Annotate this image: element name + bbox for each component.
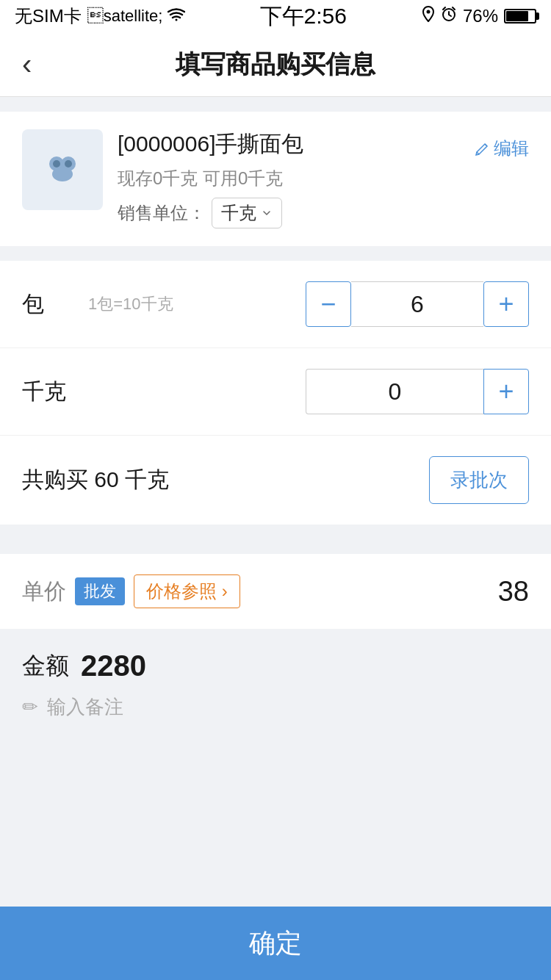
amount-value: 2280 [81, 649, 146, 682]
battery-percent: 76% [463, 6, 498, 26]
svg-point-0 [175, 19, 177, 21]
confirm-bar[interactable]: 确定 [0, 907, 551, 980]
edit-button[interactable]: 编辑 [475, 129, 529, 167]
time-display: 下午2:56 [260, 1, 347, 32]
svg-point-6 [53, 160, 60, 167]
qianke-plus-button[interactable]: + [483, 369, 529, 414]
bao-qty-control: − + [306, 281, 529, 327]
wifi-icon: satellite; [87, 7, 185, 26]
amount-label: 金额 [22, 650, 69, 682]
amount-row: 金额 2280 [22, 649, 529, 682]
qianke-label: 千克 [22, 377, 81, 407]
price-label: 单价 [22, 577, 66, 607]
price-section: 单价 批发 价格参照 › 38 [0, 554, 551, 629]
bao-input-row: 包 1包=10千克 − + [0, 261, 551, 348]
total-label: 共购买 60 千克 [22, 465, 169, 495]
svg-point-7 [65, 160, 72, 167]
unit-label: 销售单位： [118, 201, 206, 225]
price-value: 38 [498, 576, 529, 608]
product-thumbnail [22, 129, 103, 210]
product-details: [0000006]手撕面包 编辑 现存0千克 可用0千克 销售单位： 千克 [118, 129, 529, 228]
note-row[interactable]: ✏ 输入备注 [22, 694, 529, 720]
bao-section: 包 1包=10千克 − + 千克 + [0, 261, 551, 436]
location-icon [422, 6, 435, 26]
bao-hint: 1包=10千克 [88, 293, 306, 315]
battery-icon [504, 9, 536, 24]
svg-point-1 [426, 10, 430, 14]
qianke-qty-control: + [306, 369, 529, 414]
note-icon: ✏ [22, 696, 38, 718]
svg-point-5 [52, 167, 73, 181]
product-unit-row: 销售单位： 千克 [118, 198, 529, 228]
bao-input[interactable] [351, 281, 483, 327]
alarm-icon [441, 6, 457, 26]
status-bar: 无SIM卡 satellite; 下午2:56 76 [0, 0, 551, 32]
note-placeholder: 输入备注 [47, 694, 123, 720]
amount-section: 金额 2280 ✏ 输入备注 [0, 629, 551, 735]
divider-1 [0, 246, 551, 261]
divider-2 [0, 525, 551, 539]
status-left: 无SIM卡 satellite; [15, 4, 185, 28]
page-title: 填写商品购买信息 [176, 48, 375, 82]
product-section: [0000006]手撕面包 编辑 现存0千克 可用0千克 销售单位： 千克 [0, 112, 551, 246]
price-ref-button[interactable]: 价格参照 › [134, 574, 240, 608]
confirm-button[interactable]: 确定 [249, 926, 302, 962]
bao-label: 包 [22, 289, 81, 320]
unit-select[interactable]: 千克 [212, 198, 282, 228]
bao-plus-button[interactable]: + [483, 281, 529, 327]
carrier-text: 无SIM卡 [15, 4, 82, 28]
status-right: 76% [422, 6, 536, 26]
total-row: 共购买 60 千克 录批次 [0, 436, 551, 525]
nav-bar: ‹ 填写商品购买信息 [0, 32, 551, 97]
back-button[interactable]: ‹ [22, 48, 32, 81]
bao-minus-button[interactable]: − [306, 281, 351, 327]
qianke-input[interactable] [306, 369, 483, 414]
batch-button[interactable]: 录批次 [429, 456, 529, 504]
price-type-tag: 批发 [75, 577, 125, 605]
product-name: [0000006]手撕面包 [118, 129, 303, 159]
product-info-row: [0000006]手撕面包 编辑 现存0千克 可用0千克 销售单位： 千克 [0, 112, 551, 246]
product-stock: 现存0千克 可用0千克 [118, 167, 529, 190]
qianke-input-row: 千克 + [0, 348, 551, 436]
